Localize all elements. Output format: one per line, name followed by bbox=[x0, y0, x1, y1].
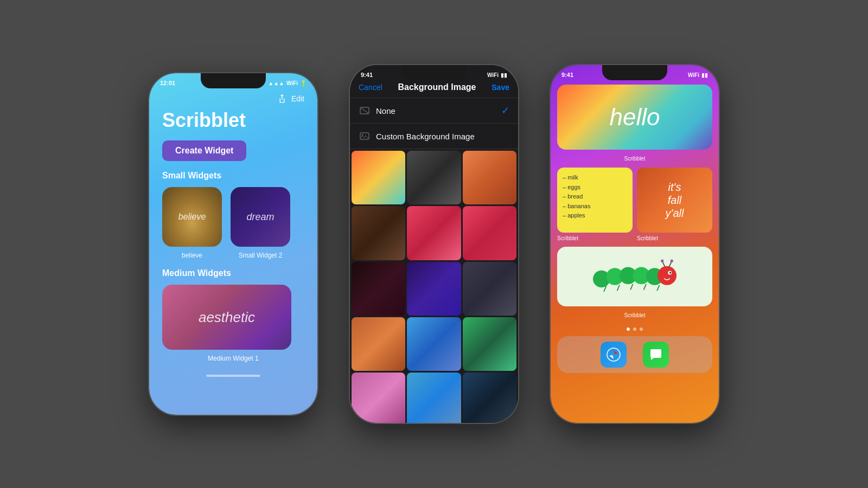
bg-cell-1[interactable] bbox=[352, 151, 405, 204]
svg-point-11 bbox=[669, 272, 672, 274]
save-button[interactable]: Save bbox=[492, 83, 509, 92]
small-widgets-home: – milk – eggs – bread – bananas – apples… bbox=[557, 168, 712, 242]
note-widget[interactable]: – milk – eggs – bread – bananas – apples bbox=[557, 168, 633, 233]
widget-thumb-aesthetic: aesthetic bbox=[162, 285, 291, 350]
bg-cell-13[interactable] bbox=[352, 373, 405, 423]
svg-line-17 bbox=[617, 285, 620, 291]
none-check: ✓ bbox=[501, 105, 509, 117]
edit-button[interactable]: Edit bbox=[291, 94, 304, 103]
svg-line-20 bbox=[657, 285, 659, 291]
svg-line-18 bbox=[630, 284, 633, 290]
none-label: None bbox=[376, 106, 501, 115]
wifi-icon: WiFi bbox=[286, 80, 298, 86]
svg-point-13 bbox=[661, 260, 663, 262]
bg-image-grid bbox=[350, 149, 518, 423]
fall-caption: Scribblet bbox=[637, 234, 658, 243]
none-icon bbox=[359, 105, 371, 117]
custom-bg-option[interactable]: Custom Background Image bbox=[350, 124, 518, 149]
widget-thumb-dream: dream bbox=[231, 187, 290, 247]
caterpillar-caption: Scribblet bbox=[557, 311, 712, 320]
fall-widget[interactable]: it'sfally'all bbox=[637, 168, 712, 233]
notch bbox=[201, 73, 266, 88]
fall-text: it'sfally'all bbox=[666, 181, 684, 220]
widget-dream[interactable]: dream Small Widget 2 bbox=[231, 187, 290, 260]
svg-point-3 bbox=[362, 134, 363, 136]
widget-dream-label: Small Widget 2 bbox=[239, 252, 283, 259]
battery-icon-phone3: ▮▮ bbox=[701, 72, 708, 78]
medium-widgets-title: Medium Widgets bbox=[162, 268, 304, 278]
home-widgets: hello Scribblet – milk – eggs – bread – … bbox=[551, 80, 719, 324]
bg-cell-2[interactable] bbox=[407, 151, 461, 204]
wifi-icon-phone3: WiFi bbox=[688, 72, 699, 78]
dot-3 bbox=[640, 328, 643, 331]
page-dots bbox=[551, 324, 719, 334]
note-line-5: – apples bbox=[563, 211, 627, 221]
battery-icon: 🔋 bbox=[300, 80, 307, 86]
battery-icon-phone2: ▮▮ bbox=[501, 72, 507, 78]
dock bbox=[557, 336, 712, 373]
svg-point-9 bbox=[658, 266, 676, 285]
bg-cell-7[interactable] bbox=[352, 262, 405, 316]
svg-line-1 bbox=[361, 108, 368, 113]
hello-caption: Scribblet bbox=[557, 154, 712, 163]
dock-messages[interactable] bbox=[643, 342, 669, 368]
bg-cell-8[interactable] bbox=[407, 262, 461, 316]
status-icons-phone1: ▲▲▲ WiFi 🔋 bbox=[268, 80, 307, 86]
bg-cell-9[interactable] bbox=[463, 262, 516, 316]
widget-believe[interactable]: believe believe bbox=[162, 187, 222, 260]
svg-point-21 bbox=[607, 348, 620, 361]
bg-cell-12[interactable] bbox=[463, 317, 516, 371]
scroll-indicator bbox=[206, 375, 260, 377]
small-widgets-row: believe believe dream Small Widget 2 bbox=[162, 187, 304, 260]
note-line-2: – eggs bbox=[563, 183, 627, 192]
svg-rect-2 bbox=[360, 133, 369, 139]
svg-point-15 bbox=[671, 260, 673, 262]
widget-medium1-label: Medium Widget 1 bbox=[208, 355, 258, 362]
share-icon[interactable] bbox=[277, 94, 287, 104]
bg-picker-navbar: Cancel Background Image Save bbox=[350, 80, 518, 98]
dock-safari[interactable] bbox=[601, 342, 627, 368]
svg-line-19 bbox=[644, 284, 646, 290]
widget-medium1[interactable]: aesthetic Medium Widget 1 bbox=[162, 285, 304, 363]
phone-bg-picker: 9:41 WiFi ▮▮ Cancel Background Image Sav… bbox=[350, 65, 518, 423]
time-phone1: 12:01 bbox=[160, 80, 175, 86]
signal-icon: ▲▲▲ bbox=[268, 80, 284, 86]
bg-cell-10[interactable] bbox=[352, 317, 405, 371]
caterpillar-widget[interactable] bbox=[557, 247, 712, 306]
bg-cell-14[interactable] bbox=[407, 373, 461, 423]
bg-picker-title: Background Image bbox=[398, 82, 476, 92]
status-icons-phone3: WiFi ▮▮ bbox=[688, 72, 708, 78]
note-caption: Scribblet bbox=[557, 234, 578, 243]
status-icons-phone2: WiFi ▮▮ bbox=[487, 72, 507, 78]
bg-cell-15[interactable] bbox=[463, 373, 516, 423]
dot-2 bbox=[633, 328, 636, 331]
bg-cell-11[interactable] bbox=[407, 317, 461, 371]
bg-cell-4[interactable] bbox=[352, 206, 405, 260]
note-line-4: – bananas bbox=[563, 202, 627, 211]
caterpillar-svg bbox=[586, 258, 684, 296]
wifi-icon-phone2: WiFi bbox=[487, 72, 499, 78]
phone-homescreen: 9:41 WiFi ▮▮ hello Scribblet – milk – eg… bbox=[551, 65, 719, 423]
note-line-3: – bread bbox=[563, 192, 627, 202]
bg-cell-6[interactable] bbox=[463, 206, 516, 260]
notch-phone3 bbox=[602, 65, 667, 80]
hello-text: hello bbox=[610, 105, 660, 129]
phone-scribblet: 12:01 ▲▲▲ WiFi 🔋 Edit Scribblet Create W… bbox=[149, 73, 317, 415]
app-title: Scribblet bbox=[162, 109, 304, 132]
none-option[interactable]: None ✓ bbox=[350, 98, 518, 124]
phone1-topbar: Edit bbox=[162, 94, 304, 104]
widget-thumb-believe: believe bbox=[162, 187, 222, 247]
notch-phone2 bbox=[401, 65, 467, 80]
cancel-button[interactable]: Cancel bbox=[359, 83, 382, 92]
time-phone3: 9:41 bbox=[561, 72, 573, 78]
small-widgets-title: Small Widgets bbox=[162, 171, 304, 181]
note-line-1: – milk bbox=[563, 173, 627, 183]
time-phone2: 9:41 bbox=[361, 72, 373, 78]
custom-bg-label: Custom Background Image bbox=[376, 132, 509, 141]
dot-1 bbox=[627, 328, 630, 331]
hello-widget[interactable]: hello bbox=[557, 85, 712, 150]
image-icon bbox=[359, 130, 371, 142]
bg-cell-3[interactable] bbox=[463, 151, 516, 204]
bg-cell-5[interactable] bbox=[407, 206, 461, 260]
create-widget-button[interactable]: Create Widget bbox=[162, 140, 246, 161]
